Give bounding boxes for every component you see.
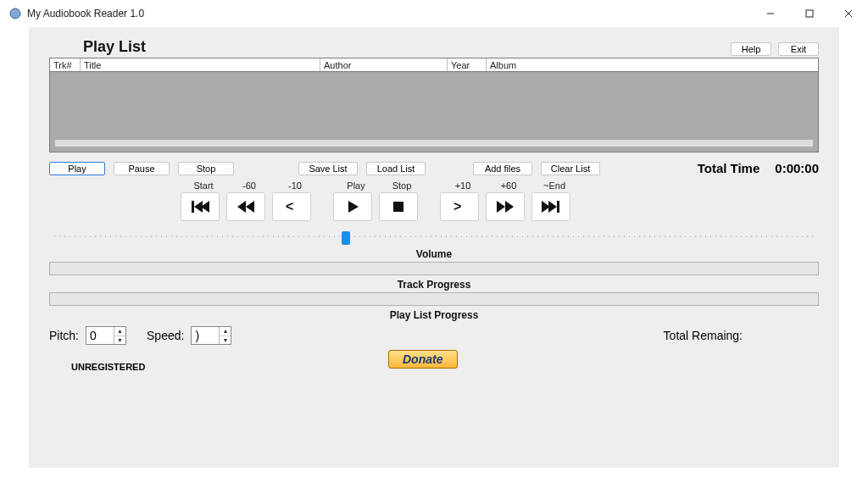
svg-point-0: [10, 8, 20, 19]
transport-labels: Start -60 -10 Play Stop +10 +60 ~End: [181, 180, 819, 191]
unregistered-label: UNREGISTERED: [71, 362, 145, 372]
svg-marker-16: [542, 201, 550, 213]
svg-rect-5: [192, 201, 194, 213]
donate-button[interactable]: Donate: [388, 350, 458, 369]
window-title: My Audiobook Reader 1.0: [27, 8, 144, 19]
svg-marker-15: [505, 201, 514, 213]
end-button[interactable]: [531, 192, 570, 221]
slider-thumb[interactable]: [342, 231, 350, 245]
track-progress-label: Track Progress: [49, 279, 819, 291]
svg-marker-17: [548, 201, 557, 213]
col-trk[interactable]: Trk#: [50, 58, 81, 71]
forward-60-button[interactable]: [486, 192, 525, 221]
minimize-button[interactable]: [751, 1, 790, 26]
col-album[interactable]: Album: [487, 58, 818, 71]
speed-stepper[interactable]: ) ▲▼: [191, 326, 231, 345]
volume-bar[interactable]: [49, 262, 819, 275]
svg-marker-8: [237, 201, 246, 213]
col-title[interactable]: Title: [81, 58, 320, 71]
pitch-down-icon[interactable]: ▼: [114, 336, 125, 345]
playlist-progress-label: Play List Progress: [49, 309, 819, 321]
position-slider[interactable]: [49, 230, 819, 245]
add-files-button[interactable]: Add files: [473, 162, 532, 175]
maximize-button[interactable]: [790, 1, 829, 26]
window-controls: [751, 1, 868, 26]
playlist-heading: Play List: [83, 38, 146, 56]
help-button[interactable]: Help: [731, 42, 771, 56]
svg-marker-9: [246, 201, 254, 213]
client-area: Play List Help Exit Trk# Title Author Ye…: [29, 27, 839, 468]
speed-down-icon[interactable]: ▼: [220, 336, 231, 345]
save-list-button[interactable]: Save List: [298, 162, 358, 175]
app-icon: [8, 7, 22, 20]
titlebar: My Audiobook Reader 1.0: [0, 0, 868, 27]
speed-up-icon[interactable]: ▲: [220, 327, 231, 336]
slider-track: [54, 236, 814, 237]
label-minus10: -10: [272, 180, 318, 191]
exit-button[interactable]: Exit: [778, 42, 819, 56]
stop-button[interactable]: Stop: [178, 162, 234, 175]
svg-marker-6: [194, 201, 203, 213]
clear-list-button[interactable]: Clear List: [541, 162, 600, 175]
svg-marker-11: [348, 201, 359, 213]
pitch-label: Pitch:: [49, 329, 79, 342]
label-minus60: -60: [226, 180, 272, 191]
total-time-value: 0:00:00: [775, 161, 819, 175]
svg-rect-18: [557, 201, 559, 213]
close-button[interactable]: [829, 1, 868, 26]
label-plus60: +60: [486, 180, 531, 191]
start-button[interactable]: [181, 192, 220, 221]
speed-value[interactable]: ): [192, 327, 219, 344]
label-stop: Stop: [379, 180, 425, 191]
label-plus10: +10: [440, 180, 486, 191]
label-end: ~End: [531, 180, 577, 191]
track-progress-bar[interactable]: [49, 292, 819, 306]
volume-label: Volume: [49, 248, 819, 260]
total-time-label: Total Time: [698, 161, 760, 175]
svg-rect-12: [393, 202, 403, 212]
pitch-value[interactable]: 0: [86, 327, 114, 344]
label-start: Start: [181, 180, 226, 191]
grid-body[interactable]: [50, 72, 818, 152]
col-year[interactable]: Year: [448, 58, 487, 71]
transport-stop-button[interactable]: [379, 192, 418, 221]
rewind-10-button[interactable]: <: [272, 192, 311, 221]
svg-marker-7: [201, 201, 209, 213]
pitch-stepper[interactable]: 0 ▲▼: [86, 326, 126, 345]
grid-scrollbar[interactable]: [55, 140, 813, 147]
pause-button[interactable]: Pause: [114, 162, 170, 175]
svg-text:<: <: [286, 199, 293, 214]
label-play: Play: [333, 180, 379, 191]
forward-10-button[interactable]: >: [440, 192, 479, 221]
total-remaining-label: Total Remaing:: [664, 329, 743, 342]
transport-row: < >: [181, 192, 819, 221]
play-button[interactable]: Play: [49, 162, 105, 175]
svg-marker-14: [497, 201, 505, 213]
playlist-grid[interactable]: Trk# Title Author Year Album: [49, 58, 819, 152]
transport-play-button[interactable]: [333, 192, 372, 221]
svg-rect-2: [806, 10, 813, 17]
col-author[interactable]: Author: [320, 58, 448, 71]
load-list-button[interactable]: Load List: [366, 162, 426, 175]
grid-header: Trk# Title Author Year Album: [50, 58, 818, 72]
pitch-up-icon[interactable]: ▲: [114, 327, 125, 336]
app-window: My Audiobook Reader 1.0 Play List Help E…: [0, 0, 868, 488]
rewind-60-button[interactable]: [226, 192, 265, 221]
speed-label: Speed:: [147, 329, 184, 342]
svg-text:>: >: [453, 199, 461, 214]
